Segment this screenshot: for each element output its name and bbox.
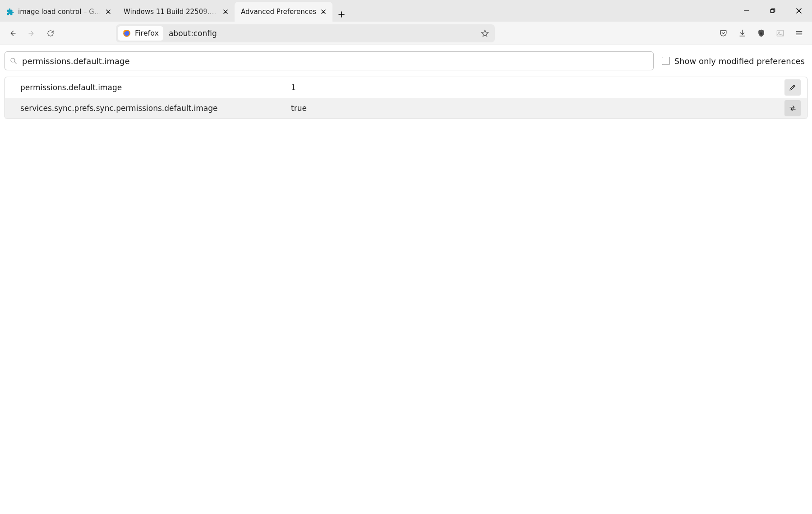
pref-results: permissions.default.image 1 services.syn… — [5, 77, 807, 119]
svg-rect-0 — [771, 9, 774, 13]
tab-1[interactable]: Windows 11 Build 22509.1000 rolls out — [117, 2, 235, 22]
title-bar: image load control – Get this Extension … — [0, 0, 812, 22]
forward-button[interactable] — [23, 25, 40, 41]
close-tab-button[interactable] — [221, 7, 230, 16]
new-tab-button[interactable] — [334, 7, 349, 22]
identity-label: Firefox — [135, 29, 159, 37]
tab-strip: image load control – Get this Extension … — [0, 0, 734, 22]
app-menu-button[interactable] — [790, 25, 807, 42]
reload-button[interactable] — [42, 25, 59, 41]
minimize-button[interactable] — [734, 0, 760, 22]
url-bar[interactable]: Firefox about:config — [116, 24, 495, 42]
tab-0[interactable]: image load control – Get this Extension — [0, 2, 117, 22]
maximize-button[interactable] — [760, 0, 786, 22]
image-toggle-icon[interactable] — [771, 25, 789, 42]
close-tab-button[interactable] — [104, 7, 113, 16]
site-identity[interactable]: Firefox — [118, 26, 163, 41]
pref-name: permissions.default.image — [20, 83, 291, 92]
downloads-button[interactable] — [734, 25, 751, 42]
url-text: about:config — [165, 29, 477, 38]
search-row: Show only modified preferences — [5, 51, 807, 70]
pref-value: 1 — [291, 83, 784, 92]
pocket-button[interactable] — [715, 25, 732, 42]
show-modified-checkbox[interactable]: Show only modified preferences — [662, 56, 807, 66]
toggle-arrows-icon — [789, 104, 797, 112]
edit-pref-button[interactable] — [784, 79, 801, 96]
toggle-pref-button[interactable] — [784, 100, 801, 116]
window-controls — [734, 0, 812, 22]
firefox-icon — [122, 29, 131, 38]
pref-value: true — [291, 104, 784, 113]
puzzle-icon — [6, 8, 14, 16]
tab-title: Advanced Preferences — [241, 8, 316, 16]
close-window-button[interactable] — [786, 0, 812, 22]
ublock-icon[interactable]: u — [752, 25, 770, 42]
tab-title: image load control – Get this Extension — [18, 8, 101, 16]
search-icon — [9, 57, 18, 65]
bookmark-button[interactable] — [477, 25, 493, 41]
tab-title: Windows 11 Build 22509.1000 rolls out — [124, 8, 218, 16]
tab-2[interactable]: Advanced Preferences — [235, 2, 332, 22]
pref-name: services.sync.prefs.sync.permissions.def… — [20, 104, 291, 113]
pref-search-input[interactable] — [22, 56, 649, 66]
pref-row[interactable]: permissions.default.image 1 — [5, 77, 807, 98]
pencil-icon — [789, 83, 797, 92]
svg-point-4 — [778, 32, 779, 33]
checkbox-label: Show only modified preferences — [674, 56, 805, 66]
nav-toolbar: Firefox about:config u — [0, 22, 812, 45]
pref-search-box[interactable] — [5, 51, 654, 70]
svg-text:u: u — [760, 32, 762, 35]
toolbar-right: u — [715, 25, 807, 42]
checkbox-box — [662, 57, 670, 65]
pref-row[interactable]: services.sync.prefs.sync.permissions.def… — [5, 98, 807, 119]
new-tab-area — [332, 7, 351, 22]
close-tab-button[interactable] — [319, 7, 328, 16]
back-button[interactable] — [5, 25, 21, 41]
about-config-content: Show only modified preferences permissio… — [0, 45, 812, 119]
